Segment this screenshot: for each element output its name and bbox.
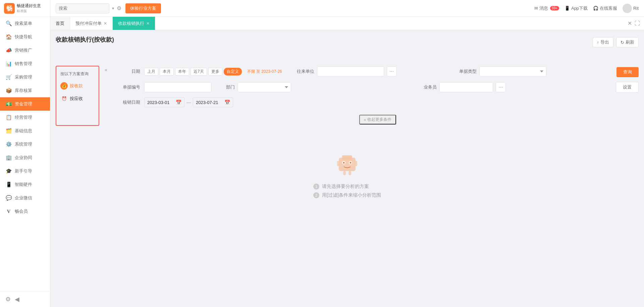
collapse-sidebar-icon[interactable]: ◀ (15, 296, 19, 303)
sidebar: 畅 畅捷通好生意 标准版 🔍 搜索菜单 🏠 快捷导航 📣 营销推广 📊 销售管理… (0, 0, 50, 307)
wechat-icon: 💬 (5, 195, 12, 201)
query-row-1: 日期 上月 本月 本年 近7天 更多 自定义 不限 至 2023-07-26 往… (117, 66, 639, 77)
sidebar-item-marketing[interactable]: 📣 营销推广 (0, 44, 50, 57)
system-icon: ⚙️ (5, 141, 12, 148)
message-btn[interactable]: ✉ 消息 99+ (534, 5, 559, 11)
user-avatar (623, 4, 632, 13)
filter-receivable-icon: ⏰ (60, 95, 68, 102)
sidebar-item-inventory[interactable]: 📦 库存核算 (0, 84, 50, 97)
sidebar-item-search[interactable]: 🔍 搜索菜单 (0, 17, 50, 30)
verify-date-range: 2023-03-01 📅 — 2023-07-21 📅 (144, 97, 233, 107)
tab-prepay-close-icon[interactable]: ✕ (104, 21, 107, 26)
collapse-filter-btn[interactable]: « (105, 66, 111, 126)
sidebar-item-guide[interactable]: 🎓 新手引导 (0, 164, 50, 178)
filter-area: 按以下方案查询 💰 按收款 ⏰ 按应收 « 日期 (56, 66, 639, 126)
doc-type-label: 单据类型 (459, 68, 477, 74)
sidebar-item-wechat[interactable]: 💬 企业微信 (0, 191, 50, 205)
tab-receivable[interactable]: 收款核销执行 ✕ (113, 17, 155, 30)
sidebar-item-basic[interactable]: 🗂️ 基础信息 (0, 124, 50, 138)
counterpart-input[interactable] (317, 66, 384, 76)
sidebar-item-enterprise[interactable]: 🏢 企业协同 (0, 151, 50, 164)
export-icon: ↑ (597, 40, 599, 45)
refresh-btn[interactable]: ↻ 刷新 (616, 37, 639, 47)
tab-expand-icon[interactable]: ⛶ (635, 20, 640, 27)
sidebar-item-sales[interactable]: 📊 销售管理 (0, 57, 50, 70)
dept-select[interactable] (237, 82, 291, 92)
topbar-right: ✉ 消息 99+ 📱 App下载 🎧 在线客服 Rit (534, 4, 639, 13)
query-buttons: 查询 (616, 66, 639, 77)
date-btn-this-month[interactable]: 本月 (160, 68, 174, 75)
topbar-gear-icon[interactable]: ⚙ (117, 5, 121, 11)
search-icon: 🔍 (5, 20, 12, 27)
sidebar-item-finance[interactable]: 💵 资金管理 (0, 97, 50, 111)
topbar-search-input[interactable] (56, 3, 109, 13)
date-btn-more[interactable]: 更多 (208, 68, 222, 75)
date-dash: — (186, 100, 191, 105)
calendar-start-icon[interactable]: 📅 (176, 100, 181, 105)
query-btn[interactable]: 查询 (616, 67, 639, 77)
filter-option-receipt[interactable]: 💰 按收款 (56, 80, 99, 92)
counterpart-group: 往来单位 ··· (297, 66, 445, 76)
app-name: 畅捷通好生意 标准版 (17, 3, 41, 13)
svg-point-4 (343, 162, 345, 164)
doc-no-input[interactable] (144, 82, 211, 92)
date-btn-last-month[interactable]: 上月 (144, 68, 158, 75)
home-icon: 🏠 (5, 34, 12, 40)
empty-illustration (330, 146, 364, 180)
empty-tips: 1 请先选择要分析的方案 2 用[过滤]条件来缩小分析范围 (313, 184, 381, 198)
app-download-btn[interactable]: 📱 App下载 (565, 5, 588, 11)
app-icon: 📱 (565, 6, 570, 11)
empty-tip-2: 2 用[过滤]条件来缩小分析范围 (313, 192, 381, 198)
tab-home[interactable]: 首页 (50, 17, 70, 30)
tab-receivable-close-icon[interactable]: ✕ (146, 21, 150, 26)
settings-gear-icon[interactable]: ⚙ (5, 296, 11, 303)
verify-start-input[interactable]: 2023-03-01 📅 (144, 97, 184, 107)
date-btn-custom[interactable]: 自定义 (224, 68, 242, 75)
dept-group: 部门 (226, 82, 409, 92)
counterpart-dots-btn[interactable]: ··· (387, 66, 397, 76)
logo-icon: 畅 (4, 3, 15, 14)
salesperson-group: 业务员 ··· (424, 82, 606, 92)
tip-num-2: 2 (313, 192, 319, 198)
date-btns: 上月 本月 本年 近7天 更多 自定义 (144, 68, 242, 75)
verify-start-value: 2023-03-01 (147, 100, 170, 105)
counterpart-label: 往来单位 (297, 68, 314, 74)
salesperson-input[interactable] (439, 82, 493, 92)
empty-state: 1 请先选择要分析的方案 2 用[过滤]条件来缩小分析范围 (56, 126, 639, 212)
filter-option-receivable[interactable]: ⏰ 按应收 (56, 92, 99, 105)
sidebar-item-system[interactable]: ⚙️ 系统管理 (0, 138, 50, 151)
dept-label: 部门 (226, 84, 235, 90)
enterprise-icon: 🏢 (5, 154, 12, 161)
online-service-btn[interactable]: 🎧 在线客服 (593, 5, 617, 11)
sidebar-item-hardware[interactable]: 📱 智能硬件 (0, 178, 50, 191)
search-chevron-icon[interactable]: ▾ (112, 6, 114, 11)
doc-type-select[interactable] (479, 66, 546, 76)
date-btn-this-year[interactable]: 本年 (175, 68, 189, 75)
refresh-icon: ↻ (621, 40, 624, 45)
collapse-more-area: « 收起更多条件 (117, 112, 639, 126)
query-row-2: 单据编号 部门 业务员 ··· (117, 82, 639, 93)
sidebar-item-operation[interactable]: 📋 经营管理 (0, 111, 50, 124)
export-btn[interactable]: ↑ 导出 (593, 37, 614, 47)
user-area[interactable]: Rit (623, 4, 639, 13)
sidebar-item-purchase[interactable]: 🛒 采购管理 (0, 70, 50, 84)
date-btn-last-7[interactable]: 近7天 (191, 68, 207, 75)
verify-date-label: 核销日期 (117, 99, 140, 105)
calendar-end-icon[interactable]: 📅 (224, 100, 230, 105)
collapse-more-btn[interactable]: « 收起更多条件 (359, 115, 396, 124)
tab-close-all-icon[interactable]: ✕ (628, 20, 632, 27)
filter-sidebar: 按以下方案查询 💰 按收款 ⏰ 按应收 (56, 66, 99, 126)
setting-btn[interactable]: 设置 (616, 82, 639, 93)
query-row-3: 核销日期 2023-03-01 📅 — 2023-07-21 📅 (117, 97, 639, 107)
salesperson-dots-btn[interactable]: ··· (496, 82, 506, 92)
main-area: ▾ ⚙ 休验行业方案 ✉ 消息 99+ 📱 App下载 🎧 在线客服 Rit (50, 0, 644, 307)
industry-btn[interactable]: 休验行业方案 (125, 3, 161, 13)
empty-tip-1: 1 请先选择要分析的方案 (313, 184, 381, 190)
verify-end-input[interactable]: 2023-07-21 📅 (193, 97, 233, 107)
page-header: 收款核销执行(按收款) ↑ 导出 ↻ 刷新 (56, 36, 639, 49)
tab-prepay[interactable]: 预付冲应付单 ✕ (70, 17, 113, 30)
sidebar-item-quick[interactable]: 🏠 快捷导航 (0, 30, 50, 44)
sidebar-item-member[interactable]: V 畅会员 (0, 205, 50, 218)
collapse-more-icon: « (364, 117, 366, 122)
marketing-icon: 📣 (5, 47, 12, 54)
